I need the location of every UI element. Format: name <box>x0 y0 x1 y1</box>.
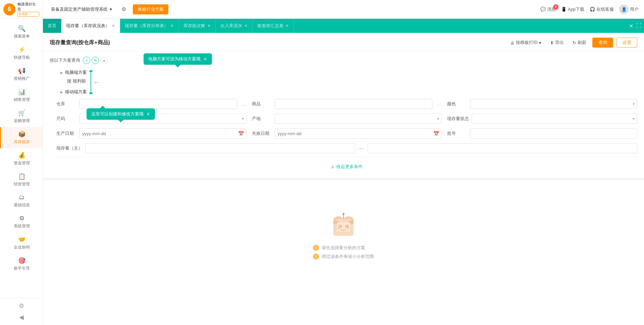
system-selector[interactable]: 装备及固定资产辅助管理系统 ▾ <box>48 5 115 14</box>
tab-inventory-dist[interactable]: 现存量（库存分布表） ✕ <box>120 19 179 33</box>
user-avatar: 👤 <box>619 5 629 14</box>
color-select[interactable] <box>470 99 637 109</box>
collapse-btn[interactable]: ∧ 收起更多条件 <box>331 161 363 172</box>
service-icon: 🎧 <box>590 7 595 12</box>
origin-select[interactable] <box>275 114 442 124</box>
edit-scheme-btn[interactable]: ✎ <box>92 57 99 64</box>
export-btn[interactable]: ⬆ 导出 <box>547 38 567 47</box>
online-service-label: 在线客服 <box>596 6 614 12</box>
scheme-tree-container: ▶ 电脑端方案 按 按列前 ▶ 移动端方案 <box>60 68 87 96</box>
tab-fullscreen-btn[interactable]: ⛶ <box>636 23 641 29</box>
settings-bottom-btn[interactable]: ⚙ <box>19 302 24 310</box>
expire-date-start[interactable] <box>275 128 442 139</box>
sidebar-item-quick[interactable]: ⚡ 快捷导航 <box>0 43 43 64</box>
online-service-btn[interactable]: 🎧 在线客服 <box>590 6 614 12</box>
filter-header: 按以下方案查询 + ✎ « 电脑方案可设为移动方案哦 ✕ <box>50 57 637 64</box>
goods-label: 商品 <box>252 101 272 107</box>
export-icon: ⬆ <box>550 40 554 45</box>
chevron-up-icon: ∧ <box>331 164 334 169</box>
empty-illustration <box>327 207 360 241</box>
tab-batch-account-close[interactable]: ✕ <box>207 24 211 28</box>
main-area: 装备及固定资产辅助管理系统 ▾ ⚙ 体验行业方案 💬 消息 6 📱 App下载 … <box>43 0 644 325</box>
tab-inventory-status[interactable]: 现存量（库存状况表） ✕ <box>61 19 120 33</box>
tip-text-2: 用过滤条件来缩小分析范围 <box>322 254 374 260</box>
sidebar-item-finance[interactable]: 💰 资金管理 <box>0 148 43 169</box>
user-label: 用户 <box>630 6 639 12</box>
system-name: 装备及固定资产辅助管理系统 <box>51 6 108 12</box>
scheme-desktop-arrow: ▶ <box>60 71 63 74</box>
sidebar-item-search[interactable]: 🔍 搜索菜单 <box>0 21 43 43</box>
tab-in-out-flow-close[interactable]: ✕ <box>244 24 248 28</box>
reset-btn[interactable]: 设置 <box>616 38 637 48</box>
scheme-desktop[interactable]: ▶ 电脑端方案 <box>60 68 87 77</box>
produce-date-start-wrap: 📅 <box>79 128 247 139</box>
message-btn[interactable]: 💬 消息 6 <box>540 6 556 12</box>
empty-tip-1: 1 请先选择要分析的方案 <box>313 245 374 251</box>
tooltip-create-scheme: 这里可以创建和修改方案哦 ✕ <box>87 108 155 120</box>
tooltip2-close-btn[interactable]: ✕ <box>146 111 150 117</box>
industry-btn[interactable]: 体验行业方案 <box>133 4 168 14</box>
stock-qty-label: 现存量（主） <box>56 145 83 151</box>
tooltip1-close-btn[interactable]: ✕ <box>203 56 207 62</box>
empty-tip-2: 2 用过滤条件来缩小分析范围 <box>313 254 374 260</box>
sidebar-item-system[interactable]: ⚙ 系统管理 <box>0 211 43 232</box>
connector <box>89 68 93 96</box>
refresh-btn[interactable]: ↻ 刷新 <box>570 38 589 47</box>
app-badge: 标准版 <box>17 12 39 17</box>
scheme-sub-label: 按 按列前 <box>67 78 86 84</box>
tab-close-all-btn[interactable]: ✕ <box>629 23 633 29</box>
sidebar-label-operation: 经营管理 <box>14 181 30 187</box>
warehouse-more-icon[interactable]: … <box>241 101 247 107</box>
tab-batch-account[interactable]: 库存批次账 ✕ <box>179 19 216 33</box>
batch-input[interactable] <box>470 128 637 139</box>
sidebar-item-guide[interactable]: 🎯 新手引导 <box>0 254 43 275</box>
sidebar-label-inventory: 库存核算 <box>14 139 30 145</box>
goods-input[interactable] <box>275 99 433 109</box>
goods-more-icon[interactable]: … <box>436 101 442 107</box>
add-scheme-btn[interactable]: + <box>83 57 90 64</box>
tab-batch-account-label: 库存批次账 <box>183 23 205 29</box>
sidebar-label-guide: 新手引导 <box>14 266 30 271</box>
tab-in-out-flow[interactable]: 出入库流水 ✕ <box>216 19 253 33</box>
produce-date-start-calendar-icon[interactable]: 📅 <box>238 131 244 136</box>
scheme-sub: 按 按列前 <box>67 77 87 86</box>
tab-receive-send[interactable]: 收发存汇总表 ✕ <box>253 19 294 33</box>
color-select-wrap: ▾ <box>470 99 637 109</box>
user-area[interactable]: 👤 用户 <box>619 5 639 14</box>
back-btn[interactable]: « <box>100 57 108 64</box>
print-btn[interactable]: 🖨 按模板打印 ▾ <box>507 38 544 47</box>
tab-home[interactable]: 首页 <box>43 19 61 33</box>
app-download-btn[interactable]: 📱 App下载 <box>561 6 584 12</box>
tooltip1-text: 电脑方案可设为移动方案哦 <box>148 56 201 62</box>
stock-qty-max[interactable] <box>368 143 638 153</box>
expire-date-calendar-icon[interactable]: 📅 <box>433 131 439 136</box>
sidebar-item-operation[interactable]: 📋 经营管理 <box>0 169 43 191</box>
scheme-sub-item[interactable]: 按 按列前 <box>67 77 87 86</box>
filter-warehouse: 仓库 … <box>56 99 247 109</box>
tab-inventory-status-close[interactable]: ✕ <box>112 24 115 28</box>
sidebar-item-marketing[interactable]: 📢 营销推广 <box>0 64 43 85</box>
query-btn[interactable]: 查询 <box>592 38 613 48</box>
tooltip2-container: 这里可以创建和修改方案哦 ✕ <box>87 108 155 120</box>
stock-qty-min[interactable] <box>85 143 355 153</box>
settings-icon[interactable]: ⚙ <box>119 4 129 14</box>
sidebar-label-search: 搜索菜单 <box>14 34 30 39</box>
stock-status-select[interactable] <box>472 114 637 124</box>
lightning-icon: ⚡ <box>18 46 25 53</box>
sidebar-item-inventory[interactable]: 📦 库存核算 <box>0 127 43 148</box>
collapse-sidebar-btn[interactable]: ◀ <box>19 314 24 321</box>
sidebar-item-purchase[interactable]: 🛒 采购管理 <box>0 106 43 127</box>
print-label: 按模板打印 <box>516 40 538 46</box>
tab-receive-send-close[interactable]: ✕ <box>285 24 289 28</box>
filter-batch: 批号 <box>447 128 637 139</box>
svg-point-6 <box>337 228 340 229</box>
produce-date-start[interactable] <box>79 128 247 139</box>
tab-receive-send-label: 收发存汇总表 <box>257 23 283 29</box>
tab-inventory-dist-close[interactable]: ✕ <box>170 24 174 28</box>
sidebar-item-sales[interactable]: 📊 销售管理 <box>0 85 43 106</box>
inventory-icon: 📦 <box>18 130 25 138</box>
sidebar-item-basic[interactable]: 🗂 基础信息 <box>0 191 43 211</box>
sidebar-item-enterprise[interactable]: 🤝 企业协同 <box>0 232 43 254</box>
scheme-mobile[interactable]: ▶ 移动端方案 <box>60 88 87 96</box>
filter-action-btns: + ✎ « <box>83 57 108 64</box>
